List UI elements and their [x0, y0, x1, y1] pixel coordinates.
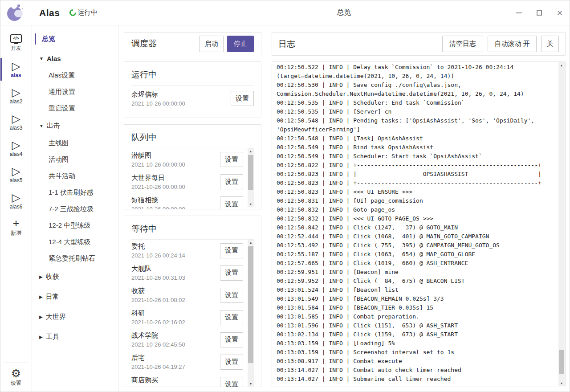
task-row: 战术学院 2021-10-26 02:45:50 设置 [131, 329, 254, 351]
sidebar-item-dev[interactable]: </> 开发 [0, 30, 32, 56]
running-card: 运行中 余烬信标 2021-10-26 00:00:00 设置 [124, 61, 261, 118]
chevron-right-icon: ▶ [39, 314, 43, 319]
log-off-button[interactable]: 关 [541, 36, 559, 52]
status-text: 运行中 [77, 8, 98, 17]
start-button[interactable]: 启动 [199, 36, 224, 52]
nav-item-overview[interactable]: 总览 [32, 32, 118, 46]
add-instance-button[interactable]: + 新增 [0, 214, 32, 240]
waiting-card: 等待中 委托 2021-10-26 00:24:14 设置 大舰队 2021-1… [124, 216, 261, 387]
nav-item-12-2[interactable]: 12-2 中型练级 [32, 217, 118, 234]
log-output: 00:12:50.522 | INFO | Delay task `Commis… [277, 63, 558, 386]
nav-item-urgent-commission[interactable]: 紧急委托刷钻石 [32, 250, 118, 267]
task-setting-button[interactable]: 设置 [231, 91, 254, 106]
sidebar-item-alas[interactable]: ▷ alas [0, 56, 32, 82]
nav-item-alas-settings[interactable]: Alas设置 [32, 67, 118, 84]
task-row: 商店购买 2021-10-26 04:00:00 设置 [131, 373, 254, 387]
nav-group-opsi[interactable]: ▶ 大世界 [32, 307, 118, 327]
autoscroll-toggle-button[interactable]: 自动滚动 开 [488, 36, 537, 52]
scroll-up-icon[interactable]: ▲ [248, 240, 254, 245]
instance-sidebar: </> 开发 ▷ alas ▷ alas2 ▷ alas3 ▷ alas4 ▷ … [0, 25, 32, 392]
scroll-down-icon[interactable]: ▼ [248, 381, 254, 387]
plus-icon: + [13, 217, 20, 229]
chevron-down-icon: ▼ [39, 123, 44, 128]
task-row: 潜艇图 2021-10-26 00:00:00 设置 [131, 148, 254, 171]
nav-group-alas[interactable]: ▼ Alas [32, 50, 118, 67]
chevron-right-icon: ▶ [39, 294, 43, 299]
log-column: 日志 清空日志 自动滚动 开 关 00:12:50.522 | INFO | D… [267, 25, 570, 392]
chevron-right-icon: ▶ [39, 335, 43, 339]
task-row: 委托 2021-10-26 00:24:14 设置 [131, 240, 254, 262]
waiting-scrollbar[interactable]: ▲ ▼ [248, 240, 254, 387]
sidebar-item-settings[interactable]: ⚙ 设置 [0, 363, 32, 392]
task-setting-button[interactable]: 设置 [220, 174, 243, 189]
nav-item-event-map[interactable]: 活动图 [32, 151, 118, 168]
nav-menu: 总览 ▼ Alas Alas设置 通用设置 重启设置 ▼ 出击 主线图 活动图 … [32, 25, 118, 392]
task-row: 短猫相接 2021-10-26 00:00:00 设置 [131, 193, 254, 209]
task-row: 大世界每日 2021-10-26 00:00:00 设置 [131, 171, 254, 193]
scroll-up-icon[interactable]: ▲ [558, 62, 565, 68]
sidebar-item-alas6[interactable]: ▷ alas6 [0, 188, 32, 214]
scroll-down-icon[interactable]: ▼ [248, 201, 254, 207]
task-setting-button[interactable]: 设置 [220, 152, 243, 167]
running-spinner-icon [68, 8, 77, 17]
close-icon[interactable]: ✕ [556, 9, 563, 16]
sidebar-item-alas2[interactable]: ▷ alas2 [0, 82, 32, 109]
task-row: 余烬信标 2021-10-26 00:00:00 设置 [131, 86, 254, 111]
play-icon: ▷ [12, 86, 20, 98]
clear-log-button[interactable]: 清空日志 [442, 36, 483, 52]
task-setting-button[interactable]: 设置 [220, 288, 243, 303]
scroll-up-icon[interactable]: ▲ [248, 148, 254, 154]
nav-item-1-1[interactable]: 1-1 伏击刷好感 [32, 184, 118, 201]
stop-button[interactable]: 停止 [227, 36, 254, 52]
task-row: 后宅 2021-10-26 04:19:27 设置 [131, 351, 254, 373]
minimize-icon[interactable] [515, 9, 522, 16]
task-row: 科研 2021-10-26 02:16:02 设置 [131, 306, 254, 329]
task-setting-button[interactable]: 设置 [220, 332, 243, 347]
sidebar-item-alas4[interactable]: ▷ alas4 [0, 135, 32, 161]
nav-group-tools[interactable]: ▶ 工具 [32, 327, 118, 347]
nav-group-daily[interactable]: ▶ 日常 [32, 287, 118, 307]
sidebar-item-alas3[interactable]: ▷ alas3 [0, 109, 32, 135]
scroll-down-icon[interactable]: ▼ [558, 380, 565, 386]
task-setting-button[interactable]: 设置 [220, 355, 243, 370]
task-setting-button[interactable]: 设置 [220, 265, 243, 281]
play-icon: ▷ [12, 113, 20, 124]
log-card: 00:12:50.522 | INFO | Delay task `Commis… [272, 61, 566, 387]
nav-item-7-2[interactable]: 7-2 三战捡垃圾 [32, 201, 118, 217]
nav-group-reward[interactable]: ▶ 收获 [32, 267, 118, 287]
play-icon: ▷ [12, 165, 20, 177]
scroll-thumb[interactable] [559, 350, 564, 374]
scroll-thumb[interactable] [248, 246, 253, 363]
waiting-title: 等待中 [131, 221, 254, 240]
nav-item-12-4[interactable]: 12-4 大型练级 [32, 234, 118, 250]
scheduler-card: 调度器 启动 停止 [124, 32, 261, 55]
task-setting-button[interactable]: 设置 [220, 310, 243, 325]
chevron-right-icon: ▶ [39, 274, 43, 279]
nav-item-general-settings[interactable]: 通用设置 [32, 84, 118, 100]
window-controls: ✕ [515, 0, 563, 25]
sidebar-item-alas5[interactable]: ▷ alas5 [0, 161, 32, 188]
nav-item-restart-settings[interactable]: 重启设置 [32, 100, 118, 117]
log-header-card: 日志 清空日志 自动滚动 开 关 [272, 32, 566, 56]
task-setting-button[interactable]: 设置 [220, 377, 243, 387]
queue-title: 队列中 [131, 130, 254, 148]
task-setting-button[interactable]: 设置 [220, 196, 243, 209]
code-monitor-icon: </> [10, 34, 22, 43]
queue-card: 队列中 潜艇图 2021-10-26 00:00:00 设置 大世界每日 202… [124, 124, 261, 209]
app-window: Alas 运行中 总览 ✕ </> 开发 ▷ alas ▷ alas2 [0, 0, 570, 392]
app-name: Alas [39, 8, 60, 18]
gear-icon: ⚙ [11, 368, 21, 379]
task-setting-button[interactable]: 设置 [220, 243, 243, 258]
nav-item-coop[interactable]: 共斗活动 [32, 168, 118, 184]
scheduler-title: 调度器 [131, 38, 199, 49]
play-icon: ▷ [12, 60, 20, 72]
log-scrollbar[interactable]: ▲ ▼ [558, 62, 565, 386]
play-icon: ▷ [12, 139, 20, 151]
queue-scrollbar[interactable]: ▲ ▼ [248, 148, 254, 207]
log-title: 日志 [278, 38, 442, 50]
nav-group-sortie[interactable]: ▼ 出击 [32, 117, 118, 135]
scroll-thumb[interactable] [248, 155, 253, 190]
nav-item-main-map[interactable]: 主线图 [32, 135, 118, 151]
maximize-icon[interactable] [536, 9, 543, 16]
running-title: 运行中 [131, 67, 254, 86]
